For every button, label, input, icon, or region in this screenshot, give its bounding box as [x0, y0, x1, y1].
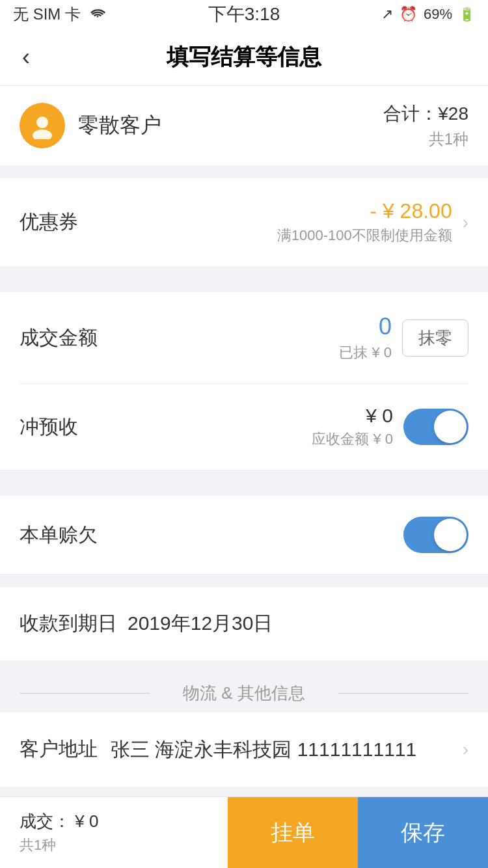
- bottom-info: 成交： ¥ 0 共1种: [0, 810, 228, 855]
- battery-icon: 🔋: [459, 7, 475, 22]
- carrier-label: 无 SIM 卡: [13, 4, 81, 25]
- coupon-row[interactable]: 优惠券 - ¥ 28.00 满1000-100不限制使用金额 ›: [20, 178, 468, 266]
- bottom-deal-label: 成交：: [20, 811, 70, 831]
- back-button[interactable]: ‹: [16, 37, 36, 77]
- customer-name: 零散客户: [78, 111, 161, 140]
- bottom-bar: 成交： ¥ 0 共1种 挂单 保存: [0, 796, 488, 868]
- status-time: 下午3:18: [208, 2, 280, 27]
- prepay-right: ¥ 0 应收金额 ¥ 0: [312, 405, 468, 449]
- deal-amount-col: 0 已抹 ¥ 0: [339, 313, 392, 362]
- debt-row: 本单赊欠: [20, 496, 468, 574]
- customer-avatar: [20, 103, 65, 148]
- round-button[interactable]: 抹零: [402, 319, 468, 357]
- deal-amount-sub: 已抹 ¥ 0: [339, 343, 392, 362]
- coupon-amount: - ¥ 28.00: [277, 199, 452, 223]
- address-row[interactable]: 客户地址 张三 海淀永丰科技园 11111111111 ›: [0, 712, 488, 787]
- address-value: 张三 海淀永丰科技园 11111111111: [111, 736, 416, 763]
- debt-section: 本单赊欠: [0, 496, 488, 574]
- svg-point-1: [33, 129, 52, 139]
- total-count: 共1种: [383, 129, 468, 150]
- bottom-count: 共1种: [20, 835, 208, 855]
- nav-bar: ‹ 填写结算等信息: [0, 29, 488, 86]
- coupon-label: 优惠券: [20, 209, 78, 236]
- coupon-right-col: - ¥ 28.00 满1000-100不限制使用金额: [277, 199, 452, 245]
- deal-prepay-section: 成交金额 0 已抹 ¥ 0 抹零 冲预收 ¥ 0 应收金额 ¥ 0: [0, 292, 488, 470]
- bottom-deal: 成交： ¥ 0: [20, 810, 208, 833]
- status-left: 无 SIM 卡: [13, 4, 107, 25]
- deal-amount-label: 成交金额: [20, 325, 98, 351]
- coupon-right: - ¥ 28.00 满1000-100不限制使用金额 ›: [277, 199, 468, 245]
- prepay-col: ¥ 0 应收金额 ¥ 0: [312, 405, 393, 449]
- bottom-deal-value: ¥ 0: [75, 811, 98, 831]
- address-left: 客户地址 张三 海淀永丰科技园 11111111111: [20, 736, 416, 763]
- prepay-row: 冲预收 ¥ 0 应收金额 ¥ 0: [20, 384, 468, 470]
- wifi-icon: [88, 5, 107, 23]
- location-icon: ↗: [381, 6, 393, 23]
- gray-divider: [0, 279, 488, 292]
- save-button[interactable]: 保存: [358, 797, 488, 869]
- due-date-row: 收款到期日 2019年12月30日: [0, 587, 488, 660]
- prepay-toggle[interactable]: [403, 409, 468, 445]
- prepay-amount: ¥ 0: [312, 405, 393, 427]
- gray-divider-2: [0, 483, 488, 496]
- logistics-divider: 物流 & 其他信息: [0, 673, 488, 712]
- prepay-label: 冲预收: [20, 414, 78, 441]
- deal-amount-value: 0: [339, 313, 392, 340]
- deal-amount-row: 成交金额 0 已抹 ¥ 0 抹零: [20, 292, 468, 384]
- address-label: 客户地址: [20, 736, 98, 763]
- due-date-label: 收款到期日: [20, 610, 117, 637]
- customer-left: 零散客户: [20, 103, 161, 148]
- page-title: 填写结算等信息: [167, 42, 321, 72]
- chevron-right-icon: ›: [463, 212, 468, 233]
- status-bar: 无 SIM 卡 下午3:18 ↗ ⏰ 69% 🔋: [0, 0, 488, 29]
- svg-point-0: [36, 116, 48, 128]
- debt-toggle-knob: [434, 519, 467, 551]
- debt-label: 本单赊欠: [20, 522, 98, 549]
- prepay-sub: 应收金额 ¥ 0: [312, 429, 393, 449]
- total-amount: 合计：¥28: [383, 102, 468, 126]
- status-right: ↗ ⏰ 69% 🔋: [381, 6, 475, 23]
- coupon-section: 优惠券 - ¥ 28.00 满1000-100不限制使用金额 ›: [0, 178, 488, 266]
- customer-row: 零散客户 合计：¥28 共1种: [0, 86, 488, 165]
- hang-button[interactable]: 挂单: [228, 797, 358, 869]
- logistics-divider-text: 物流 & 其他信息: [170, 682, 318, 705]
- deal-amount-right: 0 已抹 ¥ 0 抹零: [339, 313, 468, 362]
- content: 零散客户 合计：¥28 共1种 优惠券 - ¥ 28.00 满1000-100不…: [0, 86, 488, 868]
- due-date-value: 2019年12月30日: [128, 610, 273, 637]
- customer-right: 合计：¥28 共1种: [383, 102, 468, 150]
- debt-right: [403, 517, 468, 553]
- toggle-knob: [434, 411, 467, 443]
- coupon-desc: 满1000-100不限制使用金额: [277, 226, 452, 245]
- alarm-icon: ⏰: [400, 6, 417, 23]
- address-chevron-icon: ›: [463, 739, 468, 760]
- battery-label: 69%: [424, 6, 452, 23]
- debt-toggle[interactable]: [403, 517, 468, 553]
